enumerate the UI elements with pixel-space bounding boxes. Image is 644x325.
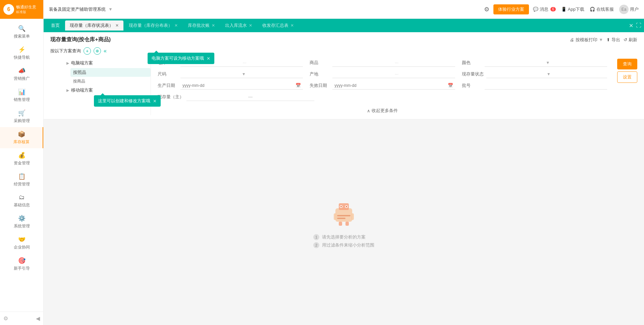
stock-status-label: 现存量状态	[462, 71, 484, 77]
batch-input[interactable]	[485, 82, 607, 90]
sidebar-item-ops[interactable]: 📋 经营管理	[0, 169, 43, 191]
filter-back-button[interactable]: «	[104, 48, 107, 54]
logo-main: 畅通好生意	[16, 5, 36, 10]
pc-arrow-icon: ▶	[66, 61, 69, 65]
tab-stock-status-label: 现存量（库存状况表）	[70, 22, 113, 29]
tab-batch[interactable]: 库存批次账 ✕	[183, 20, 220, 31]
sidebar-item-marketing[interactable]: 📣 营销推广	[0, 64, 43, 85]
tab-stock-dist[interactable]: 现存量（库存分布表） ✕	[124, 20, 182, 31]
prod-date-input[interactable]	[182, 83, 294, 88]
topbar-settings-icon[interactable]: ⚙	[484, 6, 489, 13]
sidebar-item-system[interactable]: ⚙️ 系统管理	[0, 211, 43, 232]
app-download-btn[interactable]: 📱 App下载	[561, 6, 584, 12]
sidebar-item-search[interactable]: 🔍 搜索菜单	[0, 21, 43, 43]
sidebar-label-search: 搜索菜单	[14, 34, 30, 39]
origin-dots[interactable]: ···	[395, 71, 455, 76]
svg-point-5	[346, 206, 347, 207]
tab-close-summary[interactable]: ✕	[290, 23, 294, 28]
collapse-btn[interactable]: ∧ 收起更多条件	[367, 108, 398, 114]
message-badge: 6	[550, 7, 556, 11]
scheme-pc-item[interactable]: ▶ 电脑端方案	[64, 59, 151, 67]
size-chevron-icon: ▼	[242, 72, 303, 76]
batch-label: 批号	[462, 83, 482, 89]
search-icon: 🔍	[18, 25, 25, 32]
industry-btn[interactable]: 体验行业方案	[493, 4, 529, 14]
size-select[interactable]: ▼	[180, 70, 303, 78]
goods-select[interactable]: ···	[332, 59, 455, 67]
sidebar-item-inventory[interactable]: 📦 库存核算	[0, 127, 43, 148]
stock-status-select[interactable]: ▼	[486, 70, 607, 78]
prod-date-label: 生产日期	[158, 83, 178, 89]
online-service-btn[interactable]: 🎧 在线客服	[590, 6, 614, 12]
sidebar-item-sales[interactable]: 📊 销售管理	[0, 85, 43, 106]
stock-main-min[interactable]	[186, 93, 247, 101]
tab-close-stock-status[interactable]: ✕	[115, 23, 119, 28]
search-btn[interactable]: 查询	[617, 59, 637, 69]
user-avatar: Ea	[619, 5, 629, 14]
filter-actions: ∧ 收起更多条件	[158, 104, 607, 115]
reset-btn[interactable]: 设置	[617, 71, 637, 83]
tooltip-pc-text: 电脑方案可设为移动方案哦	[152, 55, 204, 61]
tab-inout[interactable]: 出入库流水 ✕	[220, 20, 257, 31]
tab-stock-dist-label: 现存量（库存分布表）	[129, 22, 172, 29]
tab-close-batch[interactable]: ✕	[212, 23, 215, 28]
warehouse-dots[interactable]: ···	[243, 60, 303, 65]
collapse-btn-label: 收起更多条件	[372, 108, 398, 114]
sidebar-item-guide[interactable]: 🎯 新手引导	[0, 254, 43, 275]
sidebar-item-corp[interactable]: 🤝 企业协同	[0, 232, 43, 254]
tooltip-pc-close[interactable]: ✕	[207, 56, 210, 61]
export-icon: ⬆	[606, 37, 610, 42]
online-service-label: 在线客服	[596, 6, 614, 12]
sidebar-label-guide: 新手引导	[14, 266, 30, 271]
sidebar-item-quick[interactable]: ⚡ 快捷导航	[0, 43, 43, 64]
scheme-sub-item-2[interactable]: 按商品	[70, 77, 151, 85]
sidebar-item-purchase[interactable]: 🛒 采购管理	[0, 106, 43, 127]
corp-icon: 🤝	[18, 236, 25, 243]
scheme-mobile-label: 移动端方案	[71, 87, 93, 93]
tab-summary[interactable]: 收发存汇总表 ✕	[258, 20, 299, 31]
print-label: 按模板打印	[576, 37, 597, 43]
refresh-btn[interactable]: ↺ 刷新	[624, 37, 637, 43]
topbar: 装备及固定资产辅助管理系统 ▼ ⚙ 体验行业方案 💬 消息 6 📱 App下载 …	[44, 0, 644, 19]
ops-icon: 📋	[18, 173, 25, 180]
settings-button[interactable]: ⚙	[3, 315, 8, 322]
page-actions: 🖨 按模板打印 ▼ ⬆ 导出 ↺ 刷新	[570, 37, 637, 43]
origin-select[interactable]: ···	[332, 70, 455, 78]
filter-panel: 电脑方案可设为移动方案哦 ✕ 这里可以创建和修改方案哦 ✕ 按以下方案查询 + …	[44, 43, 644, 119]
collapse-sidebar-button[interactable]: ◀	[36, 315, 40, 322]
sidebar-label-quick: 快捷导航	[14, 55, 30, 60]
origin-label: 产地	[310, 71, 330, 77]
tab-fullscreen-icon[interactable]: ⛶	[636, 22, 641, 29]
scheme-sub-item-1[interactable]: 按照品	[70, 68, 151, 77]
svg-rect-11	[345, 222, 349, 226]
tab-close-stock-dist[interactable]: ✕	[174, 23, 178, 28]
export-btn[interactable]: ⬆ 导出	[606, 37, 620, 43]
filter-add-button[interactable]: +	[84, 47, 91, 55]
empty-tip-2-text: 用过滤条件来缩小分析范围	[322, 242, 374, 248]
system-title: 装备及固定资产辅助管理系统	[49, 6, 106, 12]
filter-copy-button[interactable]: ⊕	[94, 47, 101, 55]
sidebar-item-basic[interactable]: 🗂 基础信息	[0, 191, 43, 211]
empty-tip-1: 1 请先选择要分析的方案	[313, 234, 374, 240]
tooltip-create-text: 这里可以创建和修改方案哦	[98, 98, 150, 104]
print-btn[interactable]: 🖨 按模板打印 ▼	[570, 37, 603, 43]
tab-stock-status[interactable]: 现存量（库存状况表） ✕	[65, 20, 123, 31]
prod-date-cal-icon[interactable]: 📅	[296, 83, 301, 88]
tooltip-create-close[interactable]: ✕	[153, 99, 157, 104]
sidebar-item-finance[interactable]: 💰 资金管理	[0, 148, 43, 169]
expire-date-cal-icon[interactable]: 📅	[448, 83, 453, 88]
user-area[interactable]: Ea 用户	[619, 5, 639, 14]
tab-home[interactable]: 首页	[46, 20, 64, 31]
tab-close-all-icon[interactable]: ✕	[629, 22, 633, 29]
tab-inout-label: 出入库流水	[225, 22, 247, 29]
goods-dots[interactable]: ···	[395, 60, 455, 65]
message-btn[interactable]: 💬 消息 6	[533, 6, 556, 12]
scheme-mobile-item[interactable]: ▶ 移动端方案	[64, 86, 151, 95]
tab-close-inout[interactable]: ✕	[249, 23, 252, 28]
svg-rect-8	[334, 213, 336, 220]
app-download-label: App下载	[568, 6, 584, 12]
stock-main-max[interactable]	[254, 93, 314, 101]
color-select[interactable]: ▼	[485, 59, 607, 67]
quick-icon: ⚡	[18, 46, 25, 53]
expire-date-input[interactable]	[334, 83, 446, 88]
